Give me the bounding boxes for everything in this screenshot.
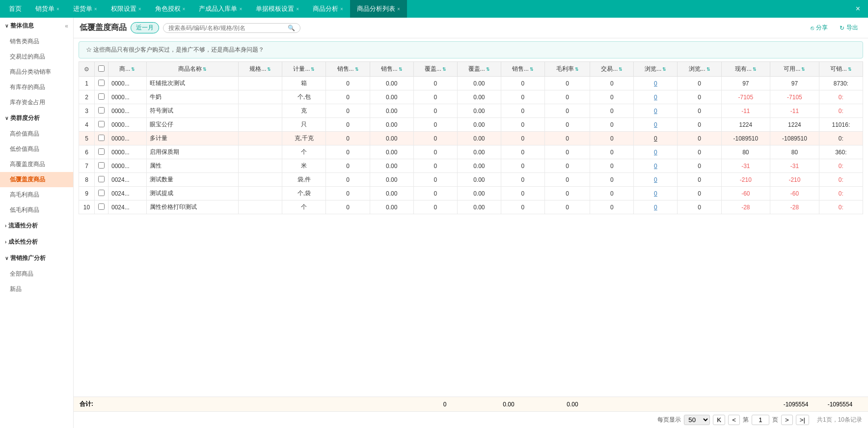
col-view2[interactable]: 浏览...⇅	[678, 62, 721, 77]
cell-checkbox[interactable]	[95, 118, 108, 132]
cell-view1[interactable]: 0	[634, 132, 678, 145]
col-stock[interactable]: 现有...⇅	[721, 62, 770, 77]
last-page-button[interactable]: >|	[796, 415, 809, 425]
sidebar-item-high-coverage[interactable]: 高覆盖度商品	[0, 157, 73, 172]
table-wrapper[interactable]: ⚙ 商...⇅ 商品名称⇅ 规格...⇅ 计量...⇅ 销售...⇅ 销售...…	[79, 61, 863, 397]
cell-unit: 只	[282, 118, 326, 132]
sidebar-item-new-products[interactable]: 新品	[0, 282, 73, 297]
sidebar-item-category-rate[interactable]: 商品分类动销率	[0, 64, 73, 80]
col-code[interactable]: 商...⇅	[108, 62, 147, 77]
cell-checkbox[interactable]	[95, 200, 108, 214]
cell-view1[interactable]: 0	[634, 118, 678, 132]
row-checkbox[interactable]	[98, 203, 105, 210]
sidebar-item-high-margin[interactable]: 高毛利商品	[0, 187, 73, 202]
col-sales-amt[interactable]: 销售...⇅	[370, 62, 413, 77]
nav-purchase-close[interactable]: ×	[94, 6, 97, 12]
row-checkbox[interactable]	[98, 80, 105, 86]
nav-sales-order-close[interactable]: ×	[56, 6, 59, 12]
cell-view1[interactable]: 0	[634, 173, 678, 187]
cell-view1[interactable]: 0	[634, 187, 678, 200]
nav-sales-order[interactable]: 销货单 ×	[28, 0, 66, 18]
col-spec[interactable]: 规格...⇅	[239, 62, 282, 77]
nav-role[interactable]: 角色授权 ×	[148, 0, 192, 18]
nav-template[interactable]: 单据模板设置 ×	[249, 0, 306, 18]
settings-icon[interactable]: ⚙	[84, 66, 89, 73]
col-sales3[interactable]: 销售...⇅	[501, 62, 544, 77]
row-checkbox[interactable]	[98, 162, 105, 169]
share-button[interactable]: ⎋ 分享	[807, 22, 832, 34]
cell-view1[interactable]: 0	[634, 77, 678, 90]
nav-role-close[interactable]: ×	[183, 6, 186, 12]
sidebar-item-low-margin[interactable]: 低毛利商品	[0, 202, 73, 218]
nav-product-analysis-close[interactable]: ×	[340, 6, 343, 12]
nav-permission[interactable]: 权限设置 ×	[104, 0, 148, 18]
search-input[interactable]	[168, 25, 285, 31]
cell-checkbox[interactable]	[95, 159, 108, 173]
next-page-button[interactable]: >	[781, 415, 793, 425]
sidebar-item-low-coverage[interactable]: 低覆盖度商品	[0, 172, 73, 187]
nav-permission-close[interactable]: ×	[138, 6, 141, 12]
col-avail[interactable]: 可用...⇅	[770, 62, 819, 77]
per-page-select[interactable]: 50 100 200	[684, 415, 710, 425]
cell-view1[interactable]: 0	[634, 159, 678, 173]
sidebar-item-high-value[interactable]: 高价值商品	[0, 126, 73, 142]
sidebar-collapse-icon[interactable]: «	[65, 23, 68, 29]
nav-product-stock-close[interactable]: ×	[239, 6, 242, 12]
select-all-checkbox[interactable]	[98, 65, 105, 72]
nav-product-analysis-list-close[interactable]: ×	[397, 6, 400, 12]
row-checkbox[interactable]	[98, 93, 105, 100]
page-number-input[interactable]	[752, 415, 769, 425]
cell-view1[interactable]: 0	[634, 145, 678, 159]
nav-template-close[interactable]: ×	[296, 6, 299, 12]
search-icon[interactable]: 🔍	[288, 25, 295, 31]
nav-home[interactable]: 首页	[2, 0, 28, 18]
cell-view1[interactable]: 0	[634, 200, 678, 214]
col-setting[interactable]: ⚙	[79, 62, 95, 77]
nav-product-analysis-list[interactable]: 商品分析列表 ×	[350, 0, 407, 18]
sidebar-section-marketing[interactable]: ∨ 营销推广分析	[0, 250, 73, 266]
prev-page-button[interactable]: <	[728, 415, 740, 425]
cell-checkbox[interactable]	[95, 187, 108, 200]
nav-purchase[interactable]: 进货单 ×	[66, 0, 104, 18]
sidebar-item-stock-products[interactable]: 有库存的商品	[0, 80, 73, 95]
row-checkbox[interactable]	[98, 135, 105, 141]
sidebar-section-flow[interactable]: › 流通性分析	[0, 218, 73, 234]
row-checkbox[interactable]	[98, 190, 105, 196]
sidebar-section-overall[interactable]: ∨ 整体信息 «	[0, 18, 73, 34]
col-name[interactable]: 商品名称⇅	[146, 62, 239, 77]
col-cover1[interactable]: 覆盖...⇅	[413, 62, 457, 77]
cell-view1[interactable]: 0	[634, 104, 678, 118]
nav-product-analysis[interactable]: 商品分析 ×	[306, 0, 350, 18]
col-checkbox[interactable]	[95, 62, 108, 77]
sidebar-item-low-value[interactable]: 低价值商品	[0, 142, 73, 157]
sidebar-item-all-products[interactable]: 全部商品	[0, 266, 73, 282]
col-saleable[interactable]: 可销...⇅	[819, 62, 863, 77]
cell-checkbox[interactable]	[95, 132, 108, 145]
export-button[interactable]: ↻ 导出	[836, 22, 862, 34]
sidebar-item-sales-products[interactable]: 销售类商品	[0, 34, 73, 49]
window-close-button[interactable]: ×	[850, 4, 866, 13]
col-margin[interactable]: 毛利率⇅	[545, 62, 590, 77]
cell-view1[interactable]: 0	[634, 90, 678, 104]
nav-product-stock[interactable]: 产成品入库单 ×	[192, 0, 249, 18]
cell-checkbox[interactable]	[95, 90, 108, 104]
cell-checkbox[interactable]	[95, 173, 108, 187]
col-cover2[interactable]: 覆盖...⇅	[457, 62, 501, 77]
sidebar-item-stock-capital[interactable]: 库存资金占用	[0, 95, 73, 110]
sidebar-section-cluster[interactable]: ∨ 类群度分析	[0, 110, 73, 126]
cell-checkbox[interactable]	[95, 104, 108, 118]
col-view1[interactable]: 浏览...⇅	[634, 62, 678, 77]
cell-checkbox[interactable]	[95, 145, 108, 159]
col-unit[interactable]: 计量...⇅	[282, 62, 326, 77]
row-checkbox[interactable]	[98, 176, 105, 182]
row-checkbox[interactable]	[98, 121, 105, 127]
cell-checkbox[interactable]	[95, 77, 108, 90]
row-checkbox[interactable]	[98, 148, 105, 155]
col-sales-qty[interactable]: 销售...⇅	[326, 62, 370, 77]
sidebar-section-growth[interactable]: › 成长性分析	[0, 234, 73, 250]
first-page-button[interactable]: K	[713, 415, 725, 425]
period-button[interactable]: 近一月	[131, 22, 159, 33]
sidebar-item-traded-products[interactable]: 交易过的商品	[0, 49, 73, 64]
col-trade[interactable]: 交易...⇅	[590, 62, 634, 77]
row-checkbox[interactable]	[98, 107, 105, 114]
